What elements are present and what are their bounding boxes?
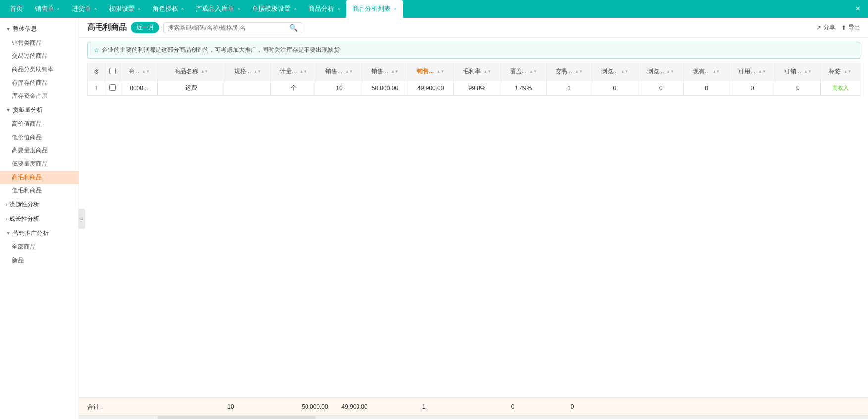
sort-sales-qty-icon[interactable]: ▲▼ (345, 69, 353, 74)
cell-name: 运费 (158, 80, 225, 96)
col-code[interactable]: 商... ▲▼ (120, 63, 158, 80)
sidebar-item-low-value[interactable]: 低价值商品 (0, 131, 79, 144)
sidebar-item-traded-goods[interactable]: 交易过的商品 (0, 49, 79, 63)
sidebar-item-high-value[interactable]: 高价值商品 (0, 117, 79, 131)
footer-saleable: 0 (553, 403, 592, 410)
sidebar-group-trend[interactable]: › 流趋性分析 (0, 197, 79, 212)
col-spec[interactable]: 规格... ▲▼ (225, 63, 270, 80)
nav-permission-settings[interactable]: 权限设置 × (103, 0, 147, 18)
table-footer: 合计： 10 50,000.00 49,900.00 1 0 0 (79, 397, 868, 415)
nav-product-warehouse[interactable]: 产成品入库单 × (190, 0, 246, 18)
content-area: 高毛利商品 近一月 🔍 ↗ 分享 ⬆ 导出 ☆ 企业的主要的利润都是这部分商品创… (79, 18, 868, 419)
col-settings[interactable]: ⚙ (88, 63, 105, 80)
col-sales-cost[interactable]: 销售... ▲▼ (408, 63, 454, 80)
col-browse1[interactable]: 浏览... ▲▼ (592, 63, 638, 80)
sort-tag-icon[interactable]: ▲▼ (844, 69, 852, 74)
sidebar-group-overview[interactable]: ▼ 整体信息 (0, 22, 79, 36)
close-product-analysis[interactable]: × (337, 6, 340, 12)
nav-product-analysis-list[interactable]: 商品分析列表 × (346, 0, 403, 18)
sort-coverage-icon[interactable]: ▲▼ (529, 69, 537, 74)
col-current-stock[interactable]: 现有... ▲▼ (684, 63, 729, 80)
export-icon: ⬆ (841, 24, 846, 31)
col-coverage[interactable]: 覆盖... ▲▼ (501, 63, 546, 80)
sidebar-item-new-goods[interactable]: 新品 (0, 254, 79, 267)
cell-trade: 1 (546, 80, 592, 96)
sort-current-stock-icon[interactable]: ▲▼ (712, 69, 720, 74)
cell-spec (225, 80, 270, 96)
product-table: ⚙ 商... ▲▼ 商品名称 ▲▼ (87, 63, 860, 96)
sort-spec-icon[interactable]: ▲▼ (254, 69, 261, 74)
sort-browse2-icon[interactable]: ▲▼ (666, 69, 674, 74)
sidebar-group-marketing[interactable]: ▼ 营销推广分析 (0, 226, 79, 240)
col-trade[interactable]: 交易... ▲▼ (546, 63, 592, 80)
nav-purchase-order[interactable]: 进货单 × (66, 0, 103, 18)
nav-sales-order[interactable]: 销售单 × (29, 0, 66, 18)
top-nav-right: × (852, 2, 864, 15)
sort-trade-icon[interactable]: ▲▼ (575, 69, 583, 74)
cell-browse1[interactable]: 0 (592, 80, 638, 96)
nav-product-analysis[interactable]: 商品分析 × (303, 0, 346, 18)
close-product-analysis-list[interactable]: × (394, 6, 397, 12)
close-product-warehouse[interactable]: × (237, 6, 240, 12)
scrollbar-track[interactable] (158, 416, 316, 419)
col-tag[interactable]: 标签 ▲▼ (821, 63, 860, 80)
close-all-tabs[interactable]: × (852, 2, 864, 15)
nav-role-auth[interactable]: 角色授权 × (147, 0, 190, 18)
sort-unit-icon[interactable]: ▲▼ (299, 69, 307, 74)
sidebar-item-high-margin[interactable]: 高毛利商品 (0, 171, 79, 184)
sidebar-collapse-button[interactable]: « (78, 209, 85, 229)
close-purchase-order[interactable]: × (94, 6, 97, 12)
sidebar-item-all-goods[interactable]: 全部商品 (0, 240, 79, 254)
sort-available-stock-icon[interactable]: ▲▼ (758, 69, 766, 74)
col-saleable[interactable]: 可销... ▲▼ (775, 63, 820, 80)
nav-home[interactable]: 首页 (4, 0, 29, 18)
page-title: 高毛利商品 (87, 22, 127, 33)
export-button[interactable]: ⬆ 导出 (841, 23, 860, 32)
cell-checkbox[interactable] (105, 80, 120, 96)
sort-name-icon[interactable]: ▲▼ (201, 69, 208, 74)
nav-template-settings[interactable]: 单据模板设置 × (246, 0, 303, 18)
bottom-scrollbar[interactable] (79, 415, 868, 419)
cell-saleable: 0 (775, 80, 820, 96)
search-input[interactable] (168, 24, 289, 31)
search-icon[interactable]: 🔍 (289, 24, 298, 32)
col-available-stock[interactable]: 可用... ▲▼ (729, 63, 775, 80)
top-navigation: 首页 销售单 × 进货单 × 权限设置 × 角色授权 × 产成品入库单 × 单据… (0, 0, 868, 18)
sort-browse1-icon[interactable]: ▲▼ (621, 69, 629, 74)
sidebar-item-stocked-goods[interactable]: 有库存的商品 (0, 76, 79, 90)
sidebar-item-inventory-capital[interactable]: 库存资金占用 (0, 90, 79, 103)
sidebar-group-contribution[interactable]: ▼ 贡献量分析 (0, 103, 79, 117)
sidebar-item-high-demand[interactable]: 高要量度商品 (0, 144, 79, 157)
sort-saleable-icon[interactable]: ▲▼ (804, 69, 812, 74)
sort-code-icon[interactable]: ▲▼ (142, 69, 150, 74)
select-all-checkbox[interactable] (109, 68, 116, 74)
col-gross-margin[interactable]: 毛利率 ▲▼ (454, 63, 501, 80)
col-sales-amount[interactable]: 销售... ▲▼ (362, 63, 408, 80)
header-actions: ↗ 分享 ⬆ 导出 (817, 23, 860, 32)
sidebar-item-sales-goods[interactable]: 销售类商品 (0, 36, 79, 49)
sidebar-item-category-rate[interactable]: 商品分类助销率 (0, 63, 79, 76)
close-sales-order[interactable]: × (57, 6, 60, 12)
row-checkbox[interactable] (109, 84, 116, 91)
sidebar-item-low-margin[interactable]: 低毛利商品 (0, 184, 79, 197)
sort-sales-amount-icon[interactable]: ▲▼ (391, 69, 399, 74)
search-box: 🔍 (163, 22, 302, 33)
col-checkbox[interactable] (105, 63, 120, 80)
info-icon: ☆ (94, 47, 99, 54)
close-permission-settings[interactable]: × (138, 6, 141, 12)
arrow-contribution: ▼ (6, 107, 11, 113)
col-sales-qty[interactable]: 销售... ▲▼ (316, 63, 362, 80)
close-role-auth[interactable]: × (181, 6, 184, 12)
close-template-settings[interactable]: × (294, 6, 297, 12)
arrow-overview: ▼ (6, 26, 11, 32)
sidebar-item-low-demand[interactable]: 低要量度商品 (0, 157, 79, 171)
cell-unit: 个 (270, 80, 316, 96)
sort-sales-cost-icon[interactable]: ▲▼ (437, 69, 445, 74)
sidebar-group-growth[interactable]: › 成长性分析 (0, 212, 79, 226)
col-name[interactable]: 商品名称 ▲▼ (158, 63, 225, 80)
sort-gross-margin-icon[interactable]: ▲▼ (483, 69, 491, 74)
share-button[interactable]: ↗ 分享 (817, 23, 835, 32)
col-unit[interactable]: 计量... ▲▼ (270, 63, 316, 80)
col-browse2[interactable]: 浏览... ▲▼ (638, 63, 683, 80)
filter-recent-month[interactable]: 近一月 (131, 22, 159, 33)
